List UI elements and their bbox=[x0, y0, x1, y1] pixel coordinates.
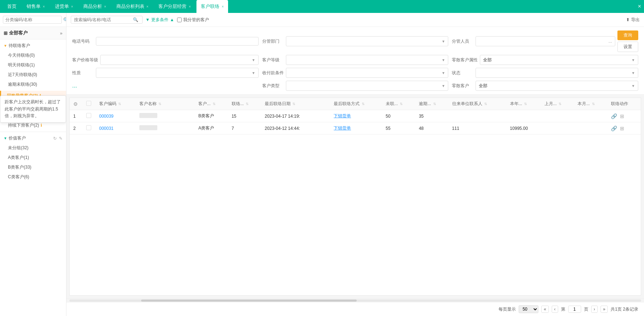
edit-icon[interactable]: ✎ bbox=[59, 136, 62, 141]
all-customers-title[interactable]: ⊞ 全部客户 » bbox=[0, 27, 66, 39]
grid-action-icon[interactable]: ⊞ bbox=[620, 126, 624, 131]
row-actions: 🔗 ⊞ bbox=[607, 122, 641, 135]
main-search-icon[interactable]: 🔍 bbox=[133, 17, 138, 22]
row-last-method[interactable]: 下销货单 bbox=[330, 122, 382, 135]
sidebar-item-c-class[interactable]: C类客户(6) bbox=[0, 172, 66, 182]
sidebar-item-today[interactable]: 今天待联络(0) bbox=[0, 51, 66, 60]
next-page-btn[interactable]: › bbox=[591, 306, 598, 313]
close-all-tabs[interactable]: × bbox=[638, 3, 641, 10]
price-grade-label: 客户价格等级 bbox=[72, 57, 98, 63]
page-end-label: 页 bbox=[584, 306, 588, 312]
customer-grade-select[interactable]: ▼ bbox=[286, 55, 449, 65]
payment-select[interactable]: ▼ bbox=[286, 68, 449, 78]
current-page-input[interactable] bbox=[568, 306, 581, 313]
sort-icon-contact-count: ⇅ bbox=[246, 102, 249, 106]
first-page-btn[interactable]: « bbox=[541, 306, 549, 313]
sidebar-item-tomorrow[interactable]: 明天待联络(1) bbox=[0, 60, 66, 70]
sidebar-search-icon[interactable]: 🔍 bbox=[63, 17, 66, 23]
value-customers-title[interactable]: ▼ 价值客户 ↻ ✎ bbox=[0, 133, 66, 143]
tab-product-analysis-list-close[interactable]: × bbox=[147, 5, 149, 9]
col-code[interactable]: 客户编码 ⇅ bbox=[96, 98, 136, 110]
status-select[interactable]: ▼ bbox=[476, 68, 638, 78]
refresh-icon[interactable]: ↻ bbox=[53, 136, 57, 141]
row-last-method[interactable]: 下销货单 bbox=[330, 110, 382, 122]
col-overdue[interactable]: 逾期... ⇅ bbox=[415, 98, 448, 110]
dept-select[interactable]: ▼ bbox=[286, 36, 449, 46]
tab-sales-close[interactable]: × bbox=[43, 5, 45, 9]
export-button[interactable]: ⬆ 导出 bbox=[626, 17, 640, 23]
phone-input[interactable] bbox=[96, 37, 259, 46]
select-all-checkbox[interactable] bbox=[86, 101, 91, 106]
link-action-icon[interactable]: 🔗 bbox=[611, 113, 617, 119]
main-search-input[interactable] bbox=[74, 17, 131, 22]
row-num: 2 bbox=[70, 122, 83, 135]
sidebar-collapse-btn[interactable]: » bbox=[60, 30, 62, 36]
sidebar-item-ungrouped[interactable]: 未分组(32) bbox=[0, 143, 66, 153]
more-conditions-btn[interactable]: ▼ 更多条件 ▲ bbox=[145, 17, 174, 23]
tab-sales[interactable]: 销售单 × bbox=[22, 0, 49, 13]
phone-label: 电话号码 bbox=[72, 38, 94, 44]
row-code[interactable]: 000039 bbox=[96, 110, 136, 122]
row-name[interactable] bbox=[136, 110, 195, 122]
tab-home[interactable]: 首页 bbox=[3, 0, 21, 13]
col-checkbox bbox=[83, 98, 96, 110]
last-method-link[interactable]: 下销货单 bbox=[334, 126, 351, 131]
manager-select[interactable]: ... bbox=[476, 36, 615, 46]
sidebar-item-7days[interactable]: 近7天待联络(0) bbox=[0, 70, 66, 80]
filter-dept: 分管部门 ▼ bbox=[262, 36, 449, 46]
horizontal-scrollbar[interactable] bbox=[66, 298, 644, 302]
last-method-link[interactable]: 下销货单 bbox=[334, 113, 351, 118]
ellipsis-button[interactable]: ... bbox=[72, 83, 77, 89]
filter-payment: 收付款条件 ▼ bbox=[262, 68, 449, 78]
col-current-year[interactable]: 本年... ⇅ bbox=[506, 98, 541, 110]
col-contact-count[interactable]: 联络... ⇅ bbox=[228, 98, 261, 110]
col-current-month[interactable]: 本月... ⇅ bbox=[574, 98, 607, 110]
row-name[interactable] bbox=[136, 122, 195, 135]
last-page-btn[interactable]: » bbox=[601, 306, 608, 313]
row-select-checkbox[interactable] bbox=[86, 125, 91, 130]
my-customers-checkbox[interactable] bbox=[177, 18, 182, 22]
sidebar-item-a-class[interactable]: A类客户(1) bbox=[0, 153, 66, 162]
per-page-select[interactable]: 50 100 200 bbox=[519, 305, 538, 313]
col-name[interactable]: 客户名称 ⇅ bbox=[136, 98, 195, 110]
nature-select[interactable]: ▼ bbox=[96, 68, 259, 78]
chevron-up-icon: ▲ bbox=[170, 17, 174, 22]
pending-contact-title[interactable]: ▼ 待联络客户 bbox=[0, 41, 66, 51]
settings-button[interactable]: 设置 bbox=[617, 42, 638, 52]
tab-purchase[interactable]: 进货单 × bbox=[51, 0, 78, 13]
retail-select[interactable]: 全部 ▼ bbox=[476, 81, 638, 91]
table-settings-icon[interactable]: ⚙ bbox=[73, 101, 78, 107]
tab-product-analysis-close[interactable]: × bbox=[104, 5, 106, 9]
tab-product-analysis[interactable]: 商品分析 × bbox=[79, 0, 111, 13]
row-code[interactable]: 000031 bbox=[96, 122, 136, 135]
retail-property-select[interactable]: 全部 ▼ bbox=[480, 55, 638, 65]
scrollbar-thumb[interactable] bbox=[141, 300, 357, 302]
col-last-contact-date[interactable]: 最后联络日期 ⇅ bbox=[261, 98, 330, 110]
prev-page-btn[interactable]: ‹ bbox=[552, 306, 558, 313]
row-select-checkbox[interactable] bbox=[86, 113, 91, 118]
tab-customer-contact-close[interactable]: × bbox=[222, 5, 224, 9]
sidebar-search-input[interactable] bbox=[3, 16, 62, 24]
col-settings[interactable]: ⚙ bbox=[70, 98, 83, 110]
arrow-icon: ▼ bbox=[4, 44, 7, 48]
customer-type-select[interactable]: ▼ bbox=[286, 81, 449, 91]
tab-customer-stratify[interactable]: 客户分层经营 × bbox=[154, 0, 195, 13]
tab-customer-stratify-close[interactable]: × bbox=[189, 5, 191, 9]
query-button[interactable]: 查询 bbox=[617, 30, 638, 40]
tab-customer-contact[interactable]: 客户联络 × bbox=[196, 0, 228, 13]
filter-nature: 性质 ▼ bbox=[72, 68, 259, 78]
tab-purchase-close[interactable]: × bbox=[71, 5, 73, 9]
col-last-month[interactable]: 上月... ⇅ bbox=[541, 98, 574, 110]
grid-action-icon[interactable]: ⊞ bbox=[620, 113, 624, 119]
retail-property-arrow: ▼ bbox=[631, 58, 635, 62]
price-grade-select[interactable]: ▼ bbox=[100, 55, 259, 65]
sidebar-item-b-class[interactable]: B类客户(33) bbox=[0, 162, 66, 172]
tab-product-analysis-list[interactable]: 商品分析列表 × bbox=[112, 0, 153, 13]
link-action-icon[interactable]: 🔗 bbox=[611, 126, 617, 131]
col-contact-person[interactable]: 往来单位联系人 ⇅ bbox=[449, 98, 506, 110]
col-type[interactable]: 客户... ⇅ bbox=[195, 98, 228, 110]
col-no-contact-days[interactable]: 未联... ⇅ bbox=[382, 98, 415, 110]
sidebar-item-overdue[interactable]: 逾期未联络(30) bbox=[0, 80, 66, 89]
col-last-contact-method[interactable]: 最后联络方式 ⇅ bbox=[330, 98, 382, 110]
retail-property-label: 零散客户属性 bbox=[452, 57, 478, 63]
